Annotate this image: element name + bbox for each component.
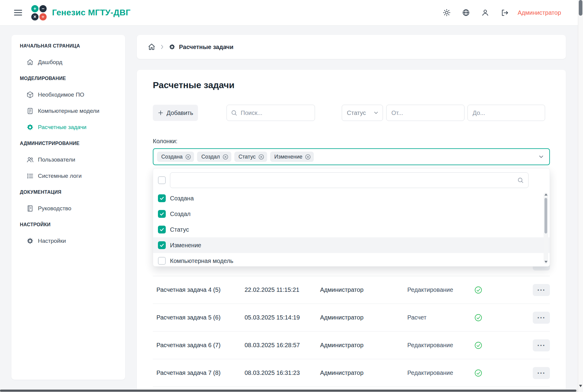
columns-picker: Создана Создал Статус Изменение (153, 148, 550, 165)
gear-icon (169, 44, 175, 50)
scrollbar-thumb[interactable] (579, 0, 582, 16)
dropdown-filter-row (153, 172, 550, 188)
task-author: Администратор (320, 342, 407, 349)
sidebar-item-calc-tasks[interactable]: Расчетные задачи (11, 119, 125, 135)
users-icon (26, 156, 34, 163)
scrollbar-thumb[interactable] (544, 198, 547, 233)
logout-icon[interactable] (501, 9, 509, 17)
task-created: 08.03.2025 16:28:57 (245, 342, 320, 349)
column-chip: Изменение (270, 152, 314, 162)
sidebar-item-computer-models[interactable]: Компьютерные модели (11, 103, 125, 119)
breadcrumb: Расчетные задачи (137, 35, 566, 59)
column-chip: Статус (234, 152, 267, 162)
table-toolbar: Добавить Статус (153, 105, 550, 121)
scroll-down-icon[interactable] (579, 385, 582, 387)
theme-sun-icon[interactable] (443, 9, 451, 17)
logo-divide-icon: ÷ (39, 13, 47, 20)
sidebar-section-home: НАЧАЛЬНАЯ СТРАНИЦА (11, 38, 125, 54)
row-actions-button[interactable]: ··· (533, 284, 550, 296)
tasks-table: ··· Расчетная задача 4 (5) 22.02.2025 11… (153, 248, 550, 387)
checkbox-checked-icon[interactable] (158, 226, 166, 233)
column-option-label: Создал (170, 211, 191, 218)
profile-user-icon[interactable] (481, 9, 489, 17)
chevron-down-icon[interactable] (538, 153, 544, 160)
dropdown-scrollbar[interactable] (544, 193, 548, 264)
columns-multiselect[interactable]: Создана Создал Статус Изменение (153, 148, 550, 165)
page-title: Расчетные задачи (153, 80, 550, 90)
check-circle-icon (474, 369, 533, 377)
app-logo-icon: + − × ÷ (31, 5, 47, 20)
date-to-input[interactable] (467, 105, 545, 121)
logo-times-icon: × (31, 13, 39, 20)
plus-icon (158, 110, 164, 116)
sidebar-item-label: Необходимое ПО (38, 91, 84, 98)
row-actions-button[interactable]: ··· (533, 312, 550, 324)
sidebar-item-users[interactable]: Пользователи (11, 152, 125, 168)
date-from-input[interactable] (386, 105, 464, 121)
table-row: Расчетная задача 6 (7) 08.03.2025 16:28:… (153, 332, 550, 359)
column-option[interactable]: Статус (153, 222, 550, 237)
horizontal-scrollbar[interactable] (0, 389, 578, 392)
sidebar-item-settings[interactable]: Настройки (11, 233, 125, 249)
columns-dropdown-panel: Создана Создал Статус (153, 168, 550, 267)
sidebar-section-documentation: ДОКУМЕНТАЦИЯ (11, 184, 125, 200)
sidebar-item-system-logs[interactable]: Системные логи (11, 168, 125, 184)
dropdown-search-input[interactable] (170, 172, 529, 188)
chip-remove-icon[interactable] (185, 154, 191, 160)
sidebar-section-administration: АДМИНИСТРИРОВАНИЕ (11, 135, 125, 152)
sidebar-item-dashboard[interactable]: Дашборд (11, 54, 125, 70)
search-field-wrap (227, 105, 315, 121)
sidebar-item-manual[interactable]: Руководство (11, 200, 125, 217)
search-input[interactable] (227, 105, 315, 121)
scrollbar-thumb[interactable] (0, 390, 576, 392)
column-option[interactable]: Создана (153, 190, 550, 206)
sidebar-section-settings: НАСТРОЙКИ (11, 217, 125, 233)
row-actions-button[interactable]: ··· (533, 367, 550, 379)
column-option[interactable]: Изменение (153, 237, 550, 253)
column-chip: Создана (157, 152, 194, 162)
task-author: Администратор (320, 314, 407, 321)
column-chip-label: Создал (201, 154, 220, 160)
add-button[interactable]: Добавить (153, 105, 198, 121)
scroll-up-icon[interactable] (544, 193, 548, 196)
search-icon (517, 177, 524, 184)
sidebar-item-software[interactable]: Необходимое ПО (11, 87, 125, 103)
column-chip: Создал (197, 152, 231, 162)
vertical-scrollbar[interactable] (578, 0, 583, 392)
book-icon (26, 205, 34, 212)
package-icon (26, 91, 34, 98)
menu-icon[interactable] (13, 8, 23, 17)
sidebar-item-label: Компьютерные модели (38, 108, 99, 114)
column-option[interactable]: Компьютерная модель (153, 253, 550, 269)
gear-icon (26, 124, 34, 131)
gear-icon (26, 237, 34, 245)
row-actions-button[interactable]: ··· (533, 339, 550, 351)
column-option[interactable]: Создал (153, 206, 550, 222)
home-icon (26, 59, 34, 66)
task-status: Редактирование (407, 369, 474, 376)
chip-remove-icon[interactable] (258, 154, 264, 160)
column-option-label: Статус (170, 226, 189, 233)
sidebar-item-label: Системные логи (38, 173, 82, 179)
checkbox-unchecked-icon[interactable] (158, 257, 166, 265)
column-chip-label: Изменение (274, 154, 303, 160)
chevron-down-icon (373, 110, 379, 116)
column-option-label: Изменение (170, 242, 201, 249)
home-icon[interactable] (148, 43, 156, 51)
checkbox-checked-icon[interactable] (158, 241, 166, 249)
scroll-down-icon[interactable] (544, 261, 548, 263)
logs-icon (26, 172, 34, 180)
main-content: Расчетные задачи Расчетные задачи Добави… (137, 35, 566, 392)
task-author: Администратор (320, 286, 407, 293)
column-option-label: Создана (170, 195, 194, 202)
table-row: Расчетная задача 5 (6) 05.03.2025 15:14:… (153, 304, 550, 332)
select-all-checkbox[interactable] (158, 176, 166, 184)
task-created: 08.03.2025 16:31:23 (245, 369, 320, 376)
chip-remove-icon[interactable] (305, 154, 311, 160)
checkbox-checked-icon[interactable] (158, 210, 166, 218)
chip-remove-icon[interactable] (222, 154, 229, 160)
status-filter-select[interactable]: Статус (342, 105, 383, 121)
task-status: Редактирование (407, 342, 474, 349)
checkbox-checked-icon[interactable] (158, 194, 166, 202)
language-globe-icon[interactable] (462, 9, 470, 17)
